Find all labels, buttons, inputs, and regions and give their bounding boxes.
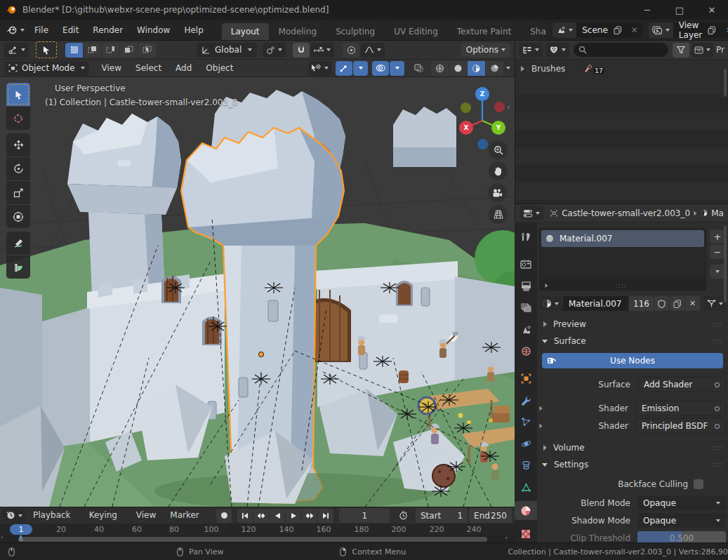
menu-edit[interactable]: Edit [55, 22, 86, 38]
tab-material[interactable] [515, 501, 537, 520]
tab-constraints[interactable] [515, 456, 537, 475]
view-layer-new-button[interactable] [708, 26, 722, 34]
play-reverse-button[interactable] [270, 509, 285, 523]
tab-scene[interactable] [515, 320, 537, 339]
outliner-empty-rows[interactable] [515, 77, 728, 203]
outliner-display-mode-dropdown[interactable] [519, 43, 543, 58]
tab-world[interactable] [515, 342, 537, 361]
scene-new-button[interactable] [614, 26, 628, 34]
copy-material-button[interactable] [670, 296, 684, 311]
panel-grip[interactable]: :::: [712, 321, 723, 328]
tab-particles[interactable] [515, 413, 537, 432]
gizmo-dropdown[interactable] [353, 61, 368, 76]
slot-remove-button[interactable]: − [710, 245, 725, 259]
options-dropdown[interactable]: Options [461, 43, 510, 58]
tool-transform-button[interactable] [6, 205, 30, 228]
select-mode-invert-button[interactable] [120, 43, 138, 58]
workspace-tab-layout[interactable]: Layout [222, 23, 269, 40]
scene-browse-button[interactable] [552, 22, 576, 38]
gizmo-axis-minus-x[interactable] [494, 102, 505, 112]
shading-solid-button[interactable] [449, 61, 467, 76]
xray-toggle-button[interactable] [410, 61, 427, 76]
view-layer-browse-button[interactable] [649, 22, 673, 38]
jump-start-button[interactable] [237, 509, 253, 523]
auto-keyframe-button[interactable] [395, 509, 411, 523]
tool-measure-button[interactable] [6, 255, 30, 279]
workspace-tab-modeling[interactable]: Modeling [270, 23, 326, 40]
menu-render[interactable]: Render [86, 22, 130, 38]
panel-grip[interactable]: :::: [712, 338, 723, 345]
sidebar-collapse-arrow[interactable]: ‹ [507, 102, 510, 112]
shader1-expand[interactable] [540, 406, 543, 411]
properties-scrollbar[interactable] [724, 225, 727, 302]
shader2-button[interactable]: Principled BSDF [635, 418, 726, 434]
blend-mode-dropdown[interactable]: Opaque [637, 495, 726, 510]
menu-help[interactable]: Help [177, 22, 210, 38]
outliner-scrollbar[interactable] [724, 69, 727, 97]
tool-rotate-button[interactable] [6, 157, 30, 180]
current-frame-indicator[interactable]: 1 [10, 524, 32, 535]
shader1-button[interactable]: Emission [635, 401, 726, 416]
breadcrumb-object[interactable]: Castle-tower-small-ver2.003_0 [562, 208, 690, 218]
ortho-toggle-button[interactable] [489, 205, 508, 224]
tool-select-box-button[interactable] [6, 83, 30, 106]
pivot-point-dropdown[interactable] [263, 43, 286, 58]
mode-dropdown[interactable]: Object Mode [4, 61, 89, 76]
material-slot-row[interactable]: Material.007 [541, 230, 704, 247]
camera-view-button[interactable] [488, 183, 507, 202]
snap-target-dropdown[interactable] [310, 43, 334, 58]
object-visibility-dropdown[interactable] [308, 61, 331, 76]
outliner-search[interactable] [574, 43, 668, 57]
timeline-scrollbar[interactable] [18, 537, 487, 542]
pan-button[interactable] [489, 161, 508, 180]
outliner-filter-button[interactable] [673, 43, 689, 58]
workspace-tab-texture-paint[interactable]: Texture Paint [448, 23, 520, 40]
fake-user-button[interactable] [654, 296, 669, 311]
slot-list-grip[interactable]: :::: [616, 282, 627, 289]
zoom-button[interactable] [489, 140, 508, 159]
current-frame-field[interactable]: 1 [339, 508, 390, 523]
material-browse-button[interactable] [539, 296, 562, 311]
properties-editor-type-button[interactable] [519, 206, 543, 220]
minimize-button[interactable]: ─ [631, 0, 663, 20]
slot-list-expand[interactable] [545, 284, 548, 288]
workspace-tab-sculpting[interactable]: Sculpting [326, 23, 384, 40]
surface-shader-button[interactable]: Add Shader [637, 377, 726, 392]
menu-file[interactable]: File [27, 22, 55, 38]
expand-arrow-icon[interactable] [521, 66, 524, 72]
timeline-menu-playback[interactable]: Playback [26, 509, 82, 522]
active-tool-button[interactable] [36, 41, 57, 58]
shadow-mode-dropdown[interactable]: Opaque [637, 513, 726, 528]
shading-rendered-button[interactable] [486, 61, 503, 76]
view-layer-name[interactable]: View Layer [673, 20, 708, 40]
timeline-menu-keying[interactable]: Keying [82, 509, 129, 522]
outliner-filter-id-dropdown[interactable] [545, 43, 569, 58]
unlink-material-button[interactable]: ✕ [685, 296, 700, 311]
proportional-editing-button[interactable] [343, 43, 359, 58]
material-nodes-dropdown[interactable] [704, 296, 726, 311]
app-menu-button[interactable] [0, 25, 27, 35]
panel-preview[interactable]: Preview :::: [539, 316, 728, 332]
jump-end-button[interactable] [318, 509, 333, 523]
tab-object[interactable] [515, 369, 537, 388]
overlays-toggle-button[interactable] [372, 61, 389, 76]
tool-annotate-button[interactable] [6, 232, 30, 255]
timeline-menu-view[interactable]: View [129, 509, 163, 522]
falloff-dropdown[interactable] [361, 43, 385, 58]
tab-data[interactable] [515, 478, 537, 497]
shader2-expand[interactable] [540, 424, 543, 428]
vp-menu-select[interactable]: Select [128, 60, 168, 76]
snap-toggle-button[interactable] [293, 43, 310, 58]
shading-material-button[interactable] [468, 61, 485, 76]
view-layer-remove-button[interactable]: ✕ [722, 25, 728, 35]
start-frame-field[interactable]: Start 1 [416, 508, 468, 523]
gizmo-toggle-button[interactable] [336, 61, 352, 76]
close-button[interactable]: ✕ [696, 0, 728, 20]
viewport-3d[interactable]: User Perspective (1) Collection | Castle… [0, 77, 515, 507]
gizmo-axis-x[interactable]: X [459, 121, 473, 135]
timeline-editor-type-button[interactable] [3, 509, 26, 522]
select-mode-new-button[interactable] [65, 43, 83, 58]
select-mode-intersect-button[interactable] [138, 43, 156, 58]
end-frame-field[interactable]: End 250 [469, 508, 512, 523]
prev-keyframe-button[interactable] [253, 509, 269, 523]
